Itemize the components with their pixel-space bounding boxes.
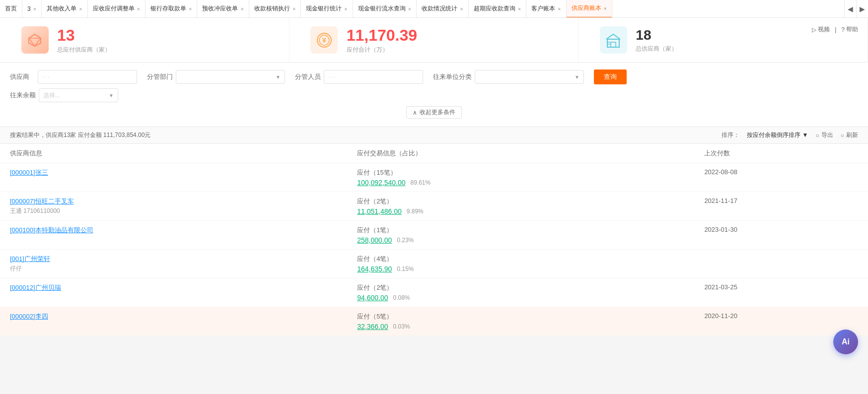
filter-category: 往来单位分类 ▼: [433, 70, 584, 84]
tx-label: 应付（2笔）: [357, 197, 684, 206]
filter-row-1: 供应商 ··· 分管部门 ▼ 分管人员 ··· 往来单位分类 ▼ 查询: [10, 69, 858, 84]
nav-tab-other-income-close[interactable]: ×: [79, 6, 82, 12]
nav-arrow-right[interactable]: ▶: [856, 0, 868, 18]
supplier-link[interactable]: [001]广州荣轩: [10, 255, 50, 263]
search-button[interactable]: 查询: [594, 69, 627, 84]
last-pay-cell: 2021-11-17: [694, 192, 868, 221]
supplier-link[interactable]: [000007]恒旺二手叉车: [10, 197, 74, 205]
table-row: [000100]本特勤油品有限公司应付（1笔）258,000.000.23%20…: [0, 221, 868, 250]
tx-pct: 9.89%: [407, 208, 424, 215]
tx-cell: 应付（2笔）11,051,486.009.89%: [347, 192, 694, 221]
nav-tab-3[interactable]: 3 ×: [22, 0, 42, 18]
stat-content-payable: 13 总应付供应商（家）: [57, 26, 111, 54]
tx-label: 应付（5笔）: [357, 312, 684, 321]
tx-pct: 0.08%: [393, 294, 410, 301]
tx-amount[interactable]: 94,600.00: [357, 294, 388, 302]
nav-tab-overdue-close[interactable]: ×: [518, 6, 521, 12]
payable-total-label: 应付合计（万）: [347, 46, 417, 54]
stat-item-total-suppliers: 18 总供应商（家）: [579, 18, 868, 62]
nav-arrow-left[interactable]: ◀: [844, 0, 856, 18]
video-link[interactable]: ▷ 视频: [812, 25, 830, 34]
dept-select[interactable]: ▼: [176, 70, 285, 84]
last-pay-cell: 2022-08-08: [694, 163, 868, 192]
category-chevron-icon: ▼: [575, 74, 579, 80]
export-button[interactable]: ○ 导出: [816, 131, 833, 139]
tx-pct: 0.15%: [397, 265, 414, 272]
table-row: [001]广州荣轩仔仔应付（4笔）164,635.900.15%: [0, 250, 868, 278]
collapse-button[interactable]: ∧ 收起更多条件: [406, 106, 462, 119]
nav-tab-receipt-stats-close[interactable]: ×: [460, 6, 463, 12]
tx-amount[interactable]: 11,051,486.00: [357, 207, 402, 215]
diamond-icon: [21, 26, 49, 54]
col-header-lastpay: 上次付数: [694, 144, 868, 163]
svg-text:¥: ¥: [322, 36, 326, 44]
export-icon: ○: [816, 132, 819, 139]
dept-chevron-icon: ▼: [276, 74, 281, 80]
payable-suppliers-label: 总应付供应商（家）: [57, 46, 111, 54]
nav-tab-other-income[interactable]: 其他收入单 ×: [42, 0, 87, 18]
stat-icon-payable: [20, 25, 50, 55]
nav-tab-cash-stats-label: 现金银行统计: [306, 4, 342, 13]
nav-tab-customer-ledger[interactable]: 客户账本 ×: [526, 0, 566, 18]
nav-tab-cash-stats[interactable]: 现金银行统计 ×: [301, 0, 353, 18]
supplier-input[interactable]: ···: [38, 70, 137, 84]
nav-tab-supplier-ledger[interactable]: 供应商账本 ×: [567, 0, 612, 18]
balance-chevron-icon: ▼: [109, 93, 114, 98]
stat-item-payable-total: ¥ 11,170.39 应付合计（万）: [289, 18, 579, 62]
supplier-link[interactable]: [000002]李四: [10, 313, 48, 320]
help-link[interactable]: ? 帮助: [841, 25, 858, 34]
balance-select[interactable]: 选择... ▼: [39, 88, 118, 102]
nav-tab-home[interactable]: 首页: [0, 0, 22, 18]
supplier-table: 供应商信息 应付交易信息（占比） 上次付数 [000001]张三应付（15笔）1…: [0, 144, 868, 336]
nav-tab-bank-close[interactable]: ×: [189, 6, 192, 12]
nav-tab-receipt-stats[interactable]: 收款情况统计 ×: [417, 0, 468, 18]
nav-tab-3-close[interactable]: ×: [33, 6, 36, 12]
nav-tab-cash-stats-close[interactable]: ×: [344, 6, 347, 12]
nav-tab-bank[interactable]: 银行存取款单 ×: [145, 0, 197, 18]
tx-amount[interactable]: 164,635.90: [357, 265, 392, 273]
table-header-row: 供应商信息 应付交易信息（占比） 上次付数: [0, 144, 868, 163]
nav-tab-prepay-close[interactable]: ×: [240, 6, 243, 12]
tx-pct: 0.03%: [393, 323, 410, 330]
person-input[interactable]: ···: [324, 70, 423, 84]
coin-icon: ¥: [310, 26, 338, 54]
nav-tab-customer-ledger-close[interactable]: ×: [558, 6, 561, 12]
supplier-link[interactable]: [000001]张三: [10, 169, 48, 176]
category-select[interactable]: ▼: [475, 70, 584, 84]
tx-amount[interactable]: 258,000.00: [357, 236, 392, 244]
tx-amount[interactable]: 100,092,540.00: [357, 179, 405, 187]
supplier-link[interactable]: [000100]本特勤油品有限公司: [10, 226, 93, 234]
stat-actions: ▷ 视频 | ? 帮助: [812, 25, 858, 34]
supplier-link[interactable]: [000012]广州贝瑞: [10, 284, 61, 291]
nav-tab-prepay[interactable]: 预收冲应收单 ×: [197, 0, 249, 18]
right-actions: 排序： 按应付余额倒序排序 ▼ ○ 导出 ○ 刷新: [722, 131, 858, 139]
dept-filter-label: 分管部门: [147, 72, 173, 81]
col-header-tx: 应付交易信息（占比）: [347, 144, 694, 163]
nav-tab-home-label: 首页: [5, 4, 17, 13]
nav-tab-collection[interactable]: 收款核销执行 ×: [249, 0, 301, 18]
sort-prefix: 排序：: [722, 131, 739, 139]
nav-tab-cash-flow-label: 现金银行流水查询: [358, 4, 406, 13]
tx-amount[interactable]: 32,366.00: [357, 323, 388, 330]
tx-label: 应付（15笔）: [357, 168, 684, 177]
nav-tab-cash-flow-close[interactable]: ×: [408, 6, 411, 12]
collapse-label: 收起更多条件: [420, 108, 455, 117]
nav-tab-adjustment-close[interactable]: ×: [137, 6, 140, 12]
nav-tab-collection-close[interactable]: ×: [292, 6, 295, 12]
nav-tab-cash-flow[interactable]: 现金银行流水查询 ×: [353, 0, 417, 18]
data-table-container: 供应商信息 应付交易信息（占比） 上次付数 [000001]张三应付（15笔）1…: [0, 144, 868, 336]
tx-pct: 89.61%: [411, 179, 431, 186]
nav-tab-collection-label: 收款核销执行: [254, 4, 290, 13]
nav-tab-bank-label: 银行存取款单: [150, 4, 186, 13]
help-icon: ?: [841, 26, 845, 33]
supplier-cell: [001]广州荣轩仔仔: [0, 250, 347, 278]
filter-dept: 分管部门 ▼: [147, 70, 285, 84]
nav-tab-adjustment[interactable]: 应收应付调整单 ×: [88, 0, 145, 18]
tx-cell: 应付（4笔）164,635.900.15%: [347, 250, 694, 278]
nav-tab-supplier-ledger-close[interactable]: ×: [604, 5, 607, 11]
nav-tab-other-income-label: 其他收入单: [47, 4, 76, 13]
sort-dropdown[interactable]: 按应付余额倒序排序 ▼: [747, 131, 808, 139]
export-label: 导出: [821, 131, 833, 139]
nav-tab-overdue[interactable]: 超期应收款查询 ×: [469, 0, 526, 18]
refresh-button[interactable]: ○ 刷新: [841, 131, 858, 139]
